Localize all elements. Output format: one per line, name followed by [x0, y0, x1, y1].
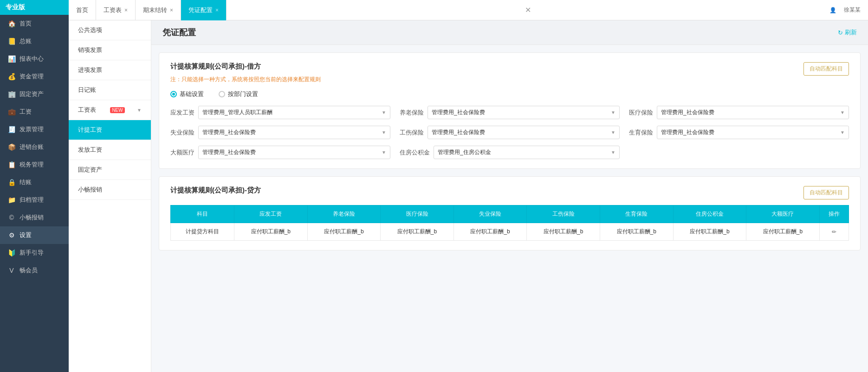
debit-select-value-3: 管理费用_社会保险费: [202, 128, 382, 136]
refresh-icon: ↻: [838, 29, 843, 36]
sidebar-item-label: 资金管理: [19, 72, 44, 81]
tab-0[interactable]: 首页: [69, 0, 96, 20]
sidebar-item-salary[interactable]: 💼工资: [0, 103, 69, 121]
sidebar-item-fund[interactable]: 💰资金管理: [0, 68, 69, 85]
debit-label-0: 应发工资: [170, 109, 194, 117]
chevron-down-icon-debit-1: ▼: [611, 110, 615, 115]
sidebar-item-label: 结账: [19, 178, 32, 186]
guide-icon: 🔰: [7, 249, 16, 257]
left-nav-item-0[interactable]: 公共选项: [69, 20, 151, 40]
left-nav-item-6[interactable]: 发放工资: [69, 140, 151, 160]
left-nav-item-2[interactable]: 进项发票: [69, 60, 151, 80]
credit-auto-match-button[interactable]: 自动匹配科目: [803, 186, 849, 199]
debit-select-2[interactable]: 管理费用_社会保险费 ▼: [657, 106, 849, 119]
debit-label-3: 失业保险: [170, 128, 194, 137]
sidebar-item-archive[interactable]: 📁归档管理: [0, 191, 69, 209]
sidebar-item-settings[interactable]: ⚙设置: [0, 226, 69, 244]
chevron-down-icon-debit-6: ▼: [382, 150, 386, 155]
tab-1[interactable]: 工资表×: [96, 0, 136, 20]
radio-dept-label[interactable]: 按部门设置: [219, 90, 258, 98]
sidebar-item-xcreport[interactable]: ©小畅报销: [0, 209, 69, 226]
debit-select-value-4: 管理费用_社会保险费: [432, 128, 611, 136]
debit-select-5[interactable]: 管理费用_社会保险费 ▼: [657, 126, 849, 139]
credit-action-0[interactable]: ✏: [819, 223, 849, 241]
debit-field-5: 生育保险 管理费用_社会保险费 ▼: [629, 126, 849, 139]
tab-close-2[interactable]: ×: [170, 7, 173, 13]
app-title: 专业版: [6, 3, 25, 12]
debit-field-2: 医疗保险 管理费用_社会保险费 ▼: [629, 106, 849, 119]
debit-label-2: 医疗保险: [629, 109, 653, 117]
debit-select-7[interactable]: 管理费用_住房公积金 ▼: [434, 146, 620, 159]
debit-label-5: 生育保险: [629, 128, 653, 137]
left-nav-label-3: 日记账: [78, 86, 96, 94]
sidebar-item-label: 总账: [19, 37, 32, 45]
debit-select-3[interactable]: 管理费用_社会保险费 ▼: [198, 126, 390, 139]
refresh-label: 刷新: [845, 28, 857, 37]
page-content: 凭证配置 ↻ 刷新 计提核算规则(公司承担)-借方 注：只能选择一种方式，系统将…: [151, 20, 868, 372]
assets-icon: 🏢: [7, 90, 16, 98]
radio-dept-circle[interactable]: [219, 91, 225, 97]
radio-basic-label[interactable]: 基础设置: [170, 90, 204, 98]
chevron-down-icon-debit-5: ▼: [840, 130, 845, 135]
sidebar-item-label: 设置: [19, 231, 32, 239]
left-nav-label-4: 工资表: [78, 106, 96, 114]
credit-cell-0-4: 应付职工薪酬_b: [527, 223, 600, 241]
credit-cell-0-0: 应付职工薪酬_b: [234, 223, 308, 241]
content-area: 公共选项销项发票进项发票日记账工资表NEW▼计提工资发放工资固定资产小畅报销 凭…: [69, 20, 868, 372]
debit-field-6: 大额医疗 管理费用_社会保险费 ▼: [170, 146, 390, 159]
debit-select-0[interactable]: 管理费用_管理人员职工薪酬 ▼: [198, 106, 390, 119]
debit-section: 计提核算规则(公司承担)-借方 注：只能选择一种方式，系统将按照您当前的选择来配…: [159, 52, 861, 169]
sidebar-header: 专业版: [0, 0, 69, 15]
sidebar-item-vip[interactable]: V畅会员: [0, 262, 69, 279]
debit-field-1: 养老保险 管理费用_社会保险费 ▼: [400, 106, 620, 119]
left-nav-item-8[interactable]: 小畅报销: [69, 180, 151, 200]
left-nav-item-7[interactable]: 固定资产: [69, 160, 151, 180]
tab-close-1[interactable]: ×: [124, 7, 128, 13]
left-nav-label-0: 公共选项: [78, 26, 102, 34]
radio-basic-text: 基础设置: [180, 90, 204, 98]
sidebar-item-report[interactable]: 📊报表中心: [0, 50, 69, 68]
debit-label-7: 住房公积金: [400, 148, 430, 157]
sidebar-item-label: 进销台账: [19, 143, 44, 151]
debit-label-1: 养老保险: [400, 109, 424, 117]
left-nav-label-7: 固定资产: [78, 166, 102, 174]
tab-close-3[interactable]: ×: [215, 7, 219, 13]
credit-table-row-0: 计提贷方科目应付职工薪酬_b应付职工薪酬_b应付职工薪酬_b应付职工薪酬_b应付…: [171, 223, 849, 241]
radio-basic-circle[interactable]: [170, 91, 177, 97]
tab-2[interactable]: 期末结转×: [136, 0, 181, 20]
credit-th-6: 生育保险: [600, 205, 674, 223]
credit-th-8: 大额医疗: [746, 205, 820, 223]
credit-section-title: 计提核算规则(公司承担)-贷方: [170, 186, 261, 195]
debit-auto-match-button[interactable]: 自动匹配科目: [803, 62, 849, 76]
sidebar-item-guide[interactable]: 🔰新手引导: [0, 244, 69, 262]
chevron-down-icon-debit-2: ▼: [840, 110, 845, 115]
debit-select-value-0: 管理费用_管理人员职工薪酬: [202, 109, 382, 116]
close-main-button[interactable]: ✕: [518, 6, 538, 14]
credit-row-subject-0: 计提贷方科目: [171, 223, 234, 241]
tab-label-2: 期末结转: [143, 6, 167, 14]
left-nav-item-3[interactable]: 日记账: [69, 80, 151, 100]
sidebar-item-close[interactable]: 🔒结账: [0, 173, 69, 191]
sidebar-item-ledger[interactable]: 📒总账: [0, 32, 69, 50]
debit-label-4: 工伤保险: [400, 128, 424, 137]
debit-select-6[interactable]: 管理费用_社会保险费 ▼: [198, 146, 390, 159]
tab-3[interactable]: 凭证配置×: [181, 0, 227, 20]
sidebar-item-home[interactable]: 🏠首页: [0, 15, 69, 32]
credit-th-9: 操作: [819, 205, 849, 223]
main-area: 首页工资表×期末结转×凭证配置× ✕ 👤 徐某某 公共选项销项发票进项发票日记账…: [69, 0, 868, 372]
left-nav-item-1[interactable]: 销项发票: [69, 40, 151, 60]
refresh-button[interactable]: ↻ 刷新: [838, 28, 857, 37]
credit-cell-0-3: 应付职工薪酬_b: [453, 223, 527, 241]
sidebar-item-stock[interactable]: 📦进销台账: [0, 138, 69, 156]
sidebar-item-assets[interactable]: 🏢固定资产: [0, 85, 69, 103]
debit-select-4[interactable]: 管理费用_社会保险费 ▼: [428, 126, 620, 139]
debit-select-1[interactable]: 管理费用_社会保险费 ▼: [428, 106, 620, 119]
left-nav-item-4[interactable]: 工资表NEW▼: [69, 100, 151, 120]
sidebar-item-tax[interactable]: 📋税务管理: [0, 156, 69, 173]
sidebar: 专业版 🏠首页📒总账📊报表中心💰资金管理🏢固定资产💼工资🧾发票管理📦进销台账📋税…: [0, 0, 69, 372]
sidebar-item-invoice[interactable]: 🧾发票管理: [0, 121, 69, 138]
debit-field-0: 应发工资 管理费用_管理人员职工薪酬 ▼: [170, 106, 390, 119]
debit-fields-grid: 应发工资 管理费用_管理人员职工薪酬 ▼ 养老保险 管理费用_社会保险费 ▼ 医…: [170, 106, 849, 159]
left-nav-item-5[interactable]: 计提工资: [69, 120, 151, 140]
credit-cell-0-2: 应付职工薪酬_b: [381, 223, 454, 241]
